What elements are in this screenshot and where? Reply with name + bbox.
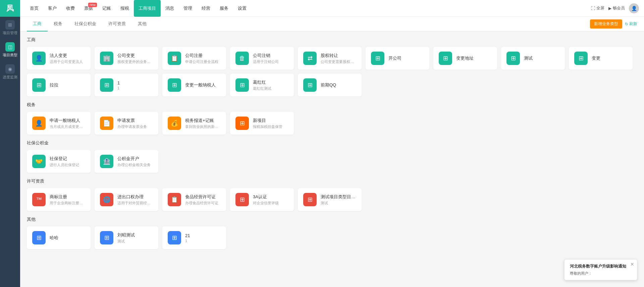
notification-body: 尊敬的用户：: [570, 271, 632, 276]
refresh-icon: ↻: [625, 22, 628, 26]
card-name-3a-cert: 3A认证: [253, 194, 288, 200]
nav-home[interactable]: 首页: [25, 0, 43, 17]
card-desc-legal-change: 适用于公司变更法人: [50, 59, 85, 64]
card-name-change-taxpayer: 变更一般纳税人: [185, 82, 221, 88]
card-desc-fund-open: 办理公积金相关业务: [117, 162, 153, 167]
card-icon-trademark: ™: [32, 193, 46, 206]
card-desc-test-type: 测试: [321, 201, 356, 206]
card-company-change[interactable]: 🏢 公司变更 股权变更外的业务变更: [95, 47, 158, 70]
card-name-fund-open: 公积金开户: [117, 156, 153, 162]
card-desc-company-change: 股权变更外的业务变更: [117, 59, 153, 64]
sidebar-item-project-mgmt[interactable]: ⊞ 项目管理: [0, 17, 20, 39]
vip-icon: ▶: [608, 6, 611, 11]
card-name-lala: 拉拉: [50, 82, 85, 88]
nav-messages[interactable]: 消息: [161, 0, 179, 17]
card-desc-mo-hong-hong: 葛红红测试: [253, 86, 288, 91]
notification-close[interactable]: ✕: [630, 262, 634, 267]
card-company-cancel[interactable]: 🗑 公司注销 适用于注销公司: [230, 47, 294, 70]
section-title-industrial: 工商: [27, 37, 637, 43]
card-front-qq[interactable]: ⊞ 前期QQ: [298, 74, 362, 96]
card-name-import-export: 进出口权办理: [117, 194, 153, 200]
progress-monitor-icon: ◉: [5, 64, 15, 74]
tab-other[interactable]: 其他: [132, 17, 153, 31]
card-icon-tax-report: 💰: [168, 117, 181, 130]
card-twenty-one[interactable]: ⊞ 21 1: [162, 226, 226, 249]
card-legal-change[interactable]: 👤 法人变更 适用于公司变更法人: [27, 47, 91, 70]
card-mo-hong-hong[interactable]: ⊞ 葛红红 葛红红测试: [230, 74, 294, 96]
card-icon-twenty-one: ⊞: [168, 231, 181, 244]
card-test-type[interactable]: ⊞ 测试项目类型目定义 测试: [298, 188, 362, 211]
card-icon-test: ⊞: [506, 52, 520, 65]
card-icon-3a-cert: ⊞: [235, 193, 249, 206]
project-mgmt-icon: ⊞: [5, 20, 15, 29]
card-company-register[interactable]: 📋 公司注册 申请公司注册全流程: [162, 47, 226, 70]
card-desc-equity-transfer: 公司变更需要股权转让: [321, 59, 356, 64]
sidebar-item-project-type[interactable]: ◫ 项目类型: [0, 39, 20, 61]
nav-tickets[interactable]: 票据 new: [79, 0, 98, 17]
card-change[interactable]: ⊞ 变更: [569, 47, 633, 70]
card-name-twenty-one: 21: [185, 233, 221, 238]
tab-industrial[interactable]: 工商: [27, 17, 48, 31]
user-avatar[interactable]: 👤: [629, 3, 639, 13]
card-lala[interactable]: ⊞ 拉拉: [27, 74, 91, 96]
card-open-company[interactable]: ⊞ 开公司: [366, 47, 429, 70]
card-name-food-license: 食品经营许可证: [185, 194, 221, 200]
nav-industrial[interactable]: 工商项目: [134, 0, 161, 17]
card-icon-legal-change: 👤: [32, 52, 46, 65]
card-desc-liu-zhao-test: 测试: [117, 239, 153, 244]
card-name-tax-report: 税务报道+记账: [185, 118, 221, 124]
card-apply-invoice[interactable]: 📄 申请发票 办理申请发票业务: [95, 112, 158, 135]
card-apply-taxpayer[interactable]: 👤 申请一般纳税人 当月或次月成变更完成: [27, 112, 91, 135]
card-trademark[interactable]: ™ 商标注册 用于企业商标注册服务: [27, 188, 91, 211]
card-tax-report[interactable]: 💰 税务报道+记账 拿到营业执照的新公司: [162, 112, 226, 135]
card-desc-one: 1: [117, 86, 153, 90]
card-change-address[interactable]: ⊞ 变更地址: [433, 47, 497, 70]
nav-operations[interactable]: 经营: [197, 0, 215, 17]
section-title-other: 其他: [27, 216, 637, 222]
nav-billing[interactable]: 收费: [61, 0, 79, 17]
card-icon-test-type: ⊞: [303, 193, 317, 206]
tab-social-fund[interactable]: 社保公积金: [68, 17, 102, 31]
card-social-register[interactable]: 🤝 社保登记 进行人员社保登记: [27, 150, 91, 173]
social-card-grid: 🤝 社保登记 进行人员社保登记 🏦 公积金开户 办理公积金相关业务: [27, 150, 637, 173]
card-liu-zhao-test[interactable]: ⊞ 刘昭测试 测试: [95, 226, 158, 249]
card-fund-open[interactable]: 🏦 公积金开户 办理公积金相关业务: [95, 150, 158, 173]
card-icon-open-company: ⊞: [371, 52, 384, 65]
card-name-apply-invoice: 申请发票: [117, 118, 153, 124]
card-change-taxpayer[interactable]: ⊞ 变更一般纳税人: [162, 74, 226, 96]
nav-settings[interactable]: 设置: [233, 0, 251, 17]
card-food-license[interactable]: 📋 食品经营许可证 办理食品经营许可证: [162, 188, 226, 211]
card-test[interactable]: ⊞ 测试: [501, 47, 565, 70]
nav-accounting[interactable]: 记账: [98, 0, 116, 17]
card-equity-transfer[interactable]: ⇄ 股权转让 公司变更需要股权转让: [298, 47, 362, 70]
tab-tax[interactable]: 税务: [48, 17, 68, 31]
card-name-one: 1: [117, 80, 153, 85]
card-name-mo-hong-hong: 葛红红: [253, 79, 288, 85]
nav-management[interactable]: 管理: [179, 0, 197, 17]
card-icon-change-taxpayer: ⊞: [168, 78, 181, 92]
tabs: 工商 税务 社保公积金 许可资质 其他: [27, 17, 153, 31]
nav-service[interactable]: 服务: [215, 0, 233, 17]
tab-license[interactable]: 许可资质: [102, 17, 132, 31]
add-type-button[interactable]: 新增业务类型: [590, 19, 622, 28]
section-title-tax: 税务: [27, 102, 637, 108]
card-haha[interactable]: ⊞ 哈哈: [27, 226, 91, 249]
vip-btn[interactable]: ▶ 畅会员: [608, 5, 625, 11]
sidebar-item-progress-monitor[interactable]: ◉ 进度监测: [0, 61, 20, 83]
card-icon-one: ⊞: [100, 78, 113, 92]
industrial-card-grid: 👤 法人变更 适用于公司变更法人 🏢 公司变更 股权变更外的业务变更 📋 公司注…: [27, 47, 637, 96]
card-one[interactable]: ⊞ 1 1: [95, 74, 158, 96]
card-import-export[interactable]: 🌐 进出口权办理 适用于对外贸易经营者: [95, 188, 158, 211]
card-new-project[interactable]: ⊞ 新项目 报税加税控盘保管: [230, 112, 294, 135]
fullscreen-icon: ⛶: [591, 6, 595, 11]
card-desc-trademark: 用于企业商标注册服务: [50, 201, 85, 206]
license-card-grid: ™ 商标注册 用于企业商标注册服务 🌐 进出口权办理 适用于对外贸易经营者 📋 …: [27, 188, 637, 211]
fullscreen-btn[interactable]: ⛶ 全屏: [591, 5, 604, 11]
nav-tax[interactable]: 报税: [116, 0, 134, 17]
card-3a-cert[interactable]: ⊞ 3A认证 对企业信誉评级: [230, 188, 294, 211]
card-icon-company-change: 🏢: [100, 52, 113, 65]
refresh-button[interactable]: ↻ 刷新: [625, 21, 637, 27]
card-desc-apply-taxpayer: 当月或次月成变更完成: [50, 124, 85, 129]
card-name-company-cancel: 公司注销: [253, 53, 288, 59]
nav-customer[interactable]: 客户: [43, 0, 61, 17]
